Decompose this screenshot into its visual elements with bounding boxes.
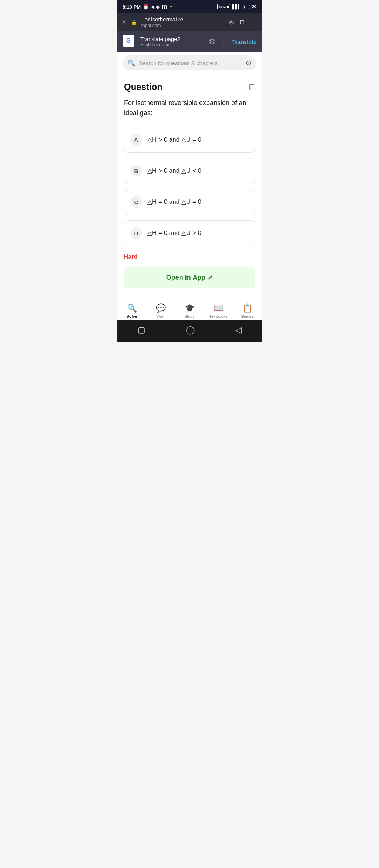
android-navigation-bar: ▢ ◯ ◁ xyxy=(117,320,262,342)
android-back-button[interactable]: ◁ xyxy=(235,325,242,335)
option-a-card[interactable]: A △H > 0 and △U = 0 xyxy=(124,127,255,153)
signal-icon: ▌▌▌ xyxy=(232,4,241,9)
solve-icon: 🔍 xyxy=(127,303,137,313)
nav-item-ask[interactable]: 💬 Ask xyxy=(150,303,172,319)
android-square-button[interactable]: ▢ xyxy=(138,325,145,335)
m-icon: m xyxy=(162,3,167,10)
browser-chrome: × 🔒 For isothermal re… toppr.com ⎋ ⊓ ⋮ xyxy=(117,13,262,31)
question-text: For isothermal reversible expansion of a… xyxy=(124,98,255,118)
option-d-card[interactable]: D △H = 0 and △U > 0 xyxy=(124,220,255,246)
more-options-icon[interactable]: ⋮ xyxy=(251,18,257,26)
battery-fill xyxy=(244,6,245,8)
google-translate-icon: G xyxy=(123,35,136,48)
bookmark-browser-icon[interactable]: ⊓ xyxy=(239,18,245,26)
main-content: Question ⊓ For isothermal reversible exp… xyxy=(117,74,262,300)
dots-icon: •• xyxy=(169,5,172,9)
alarm-icon: ⏰ xyxy=(143,4,149,10)
option-c-badge: C xyxy=(130,196,142,208)
option-d-badge: D xyxy=(130,227,142,239)
textbooks-label: Textbooks xyxy=(209,314,228,319)
nav-item-textbooks[interactable]: 📖 Textbooks xyxy=(207,303,229,319)
close-button[interactable]: × xyxy=(122,18,126,26)
option-d-text: △H = 0 and △U > 0 xyxy=(147,229,201,238)
nav-item-solve[interactable]: 🔍 Solve xyxy=(121,303,143,319)
nav-item-guides[interactable]: 📋 Guides xyxy=(236,303,258,319)
nfc-icon: ◈ xyxy=(156,4,160,10)
guides-label: Guides xyxy=(241,314,254,319)
translate-settings-icon[interactable]: ⚙ xyxy=(209,37,215,46)
browser-title-area: For isothermal re… toppr.com xyxy=(141,16,225,28)
option-a-text: △H > 0 and △U = 0 xyxy=(147,135,201,144)
option-c-text: △H = 0 and △U = 0 xyxy=(147,198,201,206)
option-a-badge: A xyxy=(130,134,142,146)
textbooks-icon: 📖 xyxy=(214,303,224,313)
open-in-app-button[interactable]: Open in App ↗ xyxy=(124,267,255,288)
option-b-badge: B xyxy=(130,165,142,177)
option-b-card[interactable]: B △H > 0 and △U < 0 xyxy=(124,158,255,184)
translate-title: Translate page? xyxy=(140,36,204,42)
status-left: 8:19 PM ⏰ ◂ ◈ m •• xyxy=(123,3,172,10)
study-label: Study xyxy=(184,314,195,319)
options-container: A △H > 0 and △U = 0 B △H > 0 and △U < 0 … xyxy=(124,127,255,246)
question-label: Question xyxy=(124,82,162,92)
search-container: 🔍 ⊙ xyxy=(117,52,262,74)
question-header: Question ⊓ xyxy=(124,82,255,92)
ask-label: Ask xyxy=(157,314,164,319)
bookmark-icon[interactable]: ⊓ xyxy=(249,82,255,92)
solve-label: Solve xyxy=(126,314,137,319)
option-b-text: △H > 0 and △U < 0 xyxy=(147,166,201,175)
nav-item-study[interactable]: 🎓 Study xyxy=(178,303,201,319)
volte-icon: Vo LTE xyxy=(217,4,231,9)
page-title: For isothermal re… xyxy=(141,16,225,23)
status-right: Vo LTE ▌▌▌ 20 xyxy=(217,4,256,9)
search-bar: 🔍 ⊙ xyxy=(123,55,256,70)
share-icon[interactable]: ⎋ xyxy=(229,18,234,26)
lock-icon: 🔒 xyxy=(131,19,137,25)
translate-text-area: Translate page? English to Tamil xyxy=(140,36,204,47)
translate-button[interactable]: Translate xyxy=(232,38,256,45)
translate-subtitle: English to Tamil xyxy=(140,42,204,47)
battery-icon xyxy=(243,5,250,9)
ask-icon: 💬 xyxy=(156,303,166,313)
time-display: 8:19 PM xyxy=(123,4,141,10)
study-icon: 🎓 xyxy=(185,303,195,313)
location-icon: ◂ xyxy=(151,4,154,10)
status-bar: 8:19 PM ⏰ ◂ ◈ m •• Vo LTE ▌▌▌ 20 xyxy=(117,0,262,13)
browser-actions: ⎋ ⊓ ⋮ xyxy=(229,18,257,26)
search-icon: 🔍 xyxy=(128,60,135,67)
domain-label: toppr.com xyxy=(141,23,225,28)
difficulty-badge: Hard xyxy=(124,253,255,260)
question-section: Question ⊓ For isothermal reversible exp… xyxy=(117,74,262,300)
android-home-button[interactable]: ◯ xyxy=(186,325,195,335)
translate-bar: G Translate page? English to Tamil ⚙ | T… xyxy=(117,31,262,52)
divider: | xyxy=(221,37,223,46)
bottom-navigation: 🔍 Solve 💬 Ask 🎓 Study 📖 Textbooks 📋 Guid… xyxy=(117,300,262,320)
option-c-card[interactable]: C △H = 0 and △U = 0 xyxy=(124,189,255,215)
guides-icon: 📋 xyxy=(242,303,252,313)
search-input[interactable] xyxy=(139,60,242,66)
camera-icon[interactable]: ⊙ xyxy=(246,59,251,67)
battery-level: 20 xyxy=(252,4,256,9)
